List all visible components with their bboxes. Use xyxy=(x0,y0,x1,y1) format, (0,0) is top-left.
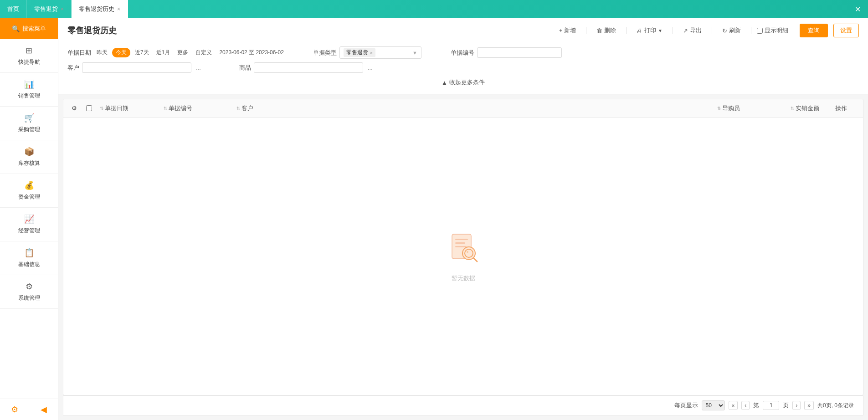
collapse-button[interactable]: ▲ 收起更多条件 xyxy=(442,78,485,87)
bill-no-input[interactable] xyxy=(477,47,562,58)
date-opt-1month[interactable]: 近1月 xyxy=(154,48,173,57)
date-opt-more[interactable]: 更多 xyxy=(175,48,191,57)
content-area: 零售退货历史 + 新增 🗑 删除 🖨 打印 ▼ xyxy=(58,18,868,420)
show-detail-checkbox[interactable] xyxy=(757,28,763,34)
export-button[interactable]: ↗ 导出 xyxy=(678,24,706,37)
tab-retail-return[interactable]: 零售退货 × xyxy=(27,0,72,18)
th-amount-sort-icon: ⇅ xyxy=(791,106,794,111)
th-amount[interactable]: ⇅ 实销金额 xyxy=(768,104,823,113)
customer-filter-dots: ... xyxy=(196,64,201,71)
settings-bottom-icon[interactable]: ⚙ xyxy=(11,405,18,415)
table-settings-icon[interactable]: ⚙ xyxy=(72,105,77,112)
delete-button[interactable]: 🗑 删除 xyxy=(592,24,621,37)
main-layout: 🔍 搜索菜单 ⊞ 快捷导航 📊 销售管理 🛒 采购管理 📦 库存核算 💰 资金管… xyxy=(0,18,868,420)
th-date-sort-icon: ⇅ xyxy=(100,106,103,111)
operations-icon: 📈 xyxy=(24,214,34,224)
show-detail-checkbox-label[interactable]: 显示明细 xyxy=(757,26,788,35)
svg-rect-1 xyxy=(455,239,468,240)
tab-retail-return-history-close[interactable]: × xyxy=(117,6,120,12)
search-icon: 🔍 xyxy=(12,25,20,32)
sidebar-item-purchase-mgmt[interactable]: 🛒 采购管理 xyxy=(0,107,58,140)
date-opt-today[interactable]: 今天 xyxy=(112,48,130,57)
customer-input[interactable] xyxy=(82,62,191,73)
th-bill-no[interactable]: ⇅ 单据编号 xyxy=(160,104,233,113)
collapse-sidebar-icon[interactable]: ◀ xyxy=(41,405,47,415)
sidebar-item-operations[interactable]: 📈 经营管理 xyxy=(0,208,58,241)
sidebar-item-base-info-label: 基础信息 xyxy=(18,261,40,268)
refresh-button-label: 刷新 xyxy=(729,26,741,35)
delete-icon: 🗑 xyxy=(596,27,602,34)
th-customer[interactable]: ⇅ 客户 xyxy=(233,104,714,113)
page-title-row: 零售退货历史 + 新增 🗑 删除 🖨 打印 ▼ xyxy=(67,24,859,37)
collapse-up-icon: ▲ xyxy=(442,79,447,86)
th-amount-label: 实销金额 xyxy=(796,104,819,113)
goods-filter-dots: ... xyxy=(368,64,373,71)
type-filter-select[interactable]: 零售退货 × ▼ xyxy=(339,46,421,59)
sidebar-item-inventory[interactable]: 📦 库存核算 xyxy=(0,140,58,174)
set-button-label: 设置 xyxy=(840,27,852,34)
top-bar: 首页 零售退货 × 零售退货历史 × ✕ xyxy=(0,0,868,18)
page-title: 零售退货历史 xyxy=(67,25,117,36)
th-bill-no-label: 单据编号 xyxy=(169,104,192,113)
tab-retail-return-history[interactable]: 零售退货历史 × xyxy=(72,0,128,18)
sidebar-item-finance-label: 资金管理 xyxy=(18,193,40,201)
delete-button-label: 删除 xyxy=(604,26,616,35)
purchase-mgmt-icon: 🛒 xyxy=(24,113,34,123)
page-next-button[interactable]: › xyxy=(792,401,801,410)
sidebar-item-base-info[interactable]: 📋 基础信息 xyxy=(0,241,58,275)
page-last-button[interactable]: » xyxy=(804,401,814,410)
new-button[interactable]: + 新增 xyxy=(555,24,580,37)
svg-point-7 xyxy=(467,251,468,253)
tab-retail-return-label: 零售退货 xyxy=(34,5,58,13)
sales-mgmt-icon: 📊 xyxy=(24,79,34,89)
goods-input[interactable] xyxy=(254,62,363,73)
refresh-button[interactable]: ↻ 刷新 xyxy=(718,24,745,37)
bill-no-filter-label: 单据编号 xyxy=(451,49,474,57)
inventory-icon: 📦 xyxy=(24,147,34,157)
tab-retail-return-close[interactable]: × xyxy=(61,6,64,12)
sidebar-item-sys-mgmt[interactable]: ⚙ 系统管理 xyxy=(0,275,58,309)
sidebar: 🔍 搜索菜单 ⊞ 快捷导航 📊 销售管理 🛒 采购管理 📦 库存核算 💰 资金管… xyxy=(0,18,58,420)
th-settings[interactable]: ⚙ xyxy=(67,105,82,112)
th-customer-sort-icon: ⇅ xyxy=(236,106,240,111)
query-button-label: 查询 xyxy=(808,27,820,34)
date-filter-label: 单据日期 xyxy=(67,49,91,57)
type-filter-label: 单据类型 xyxy=(313,49,337,57)
type-filter-tag: 零售退货 × xyxy=(344,48,375,57)
page-number-input[interactable] xyxy=(763,401,779,410)
print-button[interactable]: 🖨 打印 ▼ xyxy=(632,24,667,37)
page-header: 零售退货历史 + 新增 🗑 删除 🖨 打印 ▼ xyxy=(58,18,868,94)
window-close-button[interactable]: ✕ xyxy=(855,5,861,14)
page-size-select[interactable]: 20 50 100 xyxy=(702,400,725,410)
customer-filter: 客户 ... xyxy=(67,62,201,73)
th-guide[interactable]: ⇅ 导购员 xyxy=(714,104,768,113)
select-all-checkbox[interactable] xyxy=(86,105,92,111)
th-action-label: 操作 xyxy=(835,104,847,113)
th-checkbox[interactable] xyxy=(82,105,96,111)
query-button[interactable]: 查询 xyxy=(800,24,828,37)
tab-home[interactable]: 首页 xyxy=(0,0,27,18)
sidebar-search[interactable]: 🔍 搜索菜单 xyxy=(0,18,58,39)
set-button[interactable]: 设置 xyxy=(833,24,859,37)
date-opt-yesterday[interactable]: 昨天 xyxy=(94,48,110,57)
collapse-row: ▲ 收起更多条件 xyxy=(67,77,859,94)
sidebar-item-quick-nav[interactable]: ⊞ 快捷导航 xyxy=(0,39,58,73)
th-date-label: 单据日期 xyxy=(105,104,128,113)
th-guide-sort-icon: ⇅ xyxy=(717,106,721,111)
customer-filter-label: 客户 xyxy=(67,64,79,72)
date-opt-custom[interactable]: 自定义 xyxy=(193,48,215,57)
page-prev-button[interactable]: ‹ xyxy=(741,401,750,410)
date-opt-7days[interactable]: 近7天 xyxy=(132,48,152,57)
sidebar-item-finance[interactable]: 💰 资金管理 xyxy=(0,174,58,208)
sidebar-item-sales-mgmt[interactable]: 📊 销售管理 xyxy=(0,73,58,107)
th-date[interactable]: ⇅ 单据日期 xyxy=(96,104,160,113)
svg-rect-3 xyxy=(455,246,467,247)
type-filter-tag-close[interactable]: × xyxy=(370,50,373,56)
sys-mgmt-icon: ⚙ xyxy=(26,282,33,292)
svg-rect-2 xyxy=(455,242,465,244)
page-first-button[interactable]: « xyxy=(729,401,738,410)
goods-filter-label: 商品 xyxy=(239,64,251,72)
print-icon: 🖨 xyxy=(637,27,642,34)
sidebar-item-inventory-label: 库存核算 xyxy=(18,159,40,167)
toolbar-divider-3 xyxy=(673,27,673,34)
